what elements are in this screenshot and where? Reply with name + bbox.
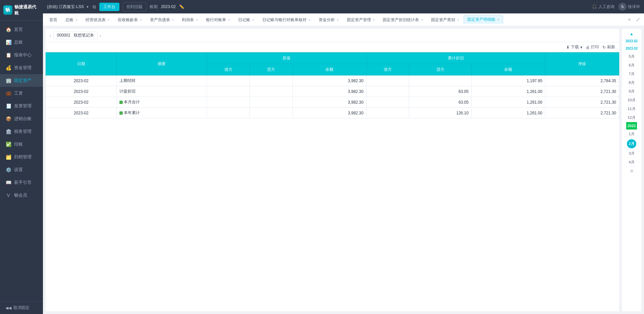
cell-net-value-2: 2,721.30 — [545, 97, 619, 108]
period-edit-icon[interactable]: ✏️ — [179, 4, 184, 9]
tab-经营状况表[interactable]: 经营状况表× — [82, 15, 113, 24]
tab-label-2: 经营状况表 — [86, 17, 106, 23]
period-value: 2023-02 — [161, 4, 176, 9]
date-nav-period-1[interactable]: 2023.02 — [622, 38, 641, 45]
tab-close-7[interactable]: × — [252, 18, 254, 22]
cell-accum-balance-1: 1,261.00 — [471, 86, 545, 97]
cell-date-0: 2023-02 — [46, 75, 117, 86]
date-nav-month-5月[interactable]: 5月 — [626, 52, 637, 61]
date-nav-period-2[interactable]: 2023.02 — [622, 45, 641, 52]
sidebar-item-畅会员[interactable]: V 畅会员 — [0, 189, 43, 202]
sidebar-item-设置[interactable]: ⚙️ 设置 — [0, 163, 43, 176]
tab-资金分析[interactable]: 资金分析× — [315, 15, 342, 24]
sidebar-item-资金管理[interactable]: 💰 资金管理 — [0, 61, 43, 74]
date-nav-month-1月[interactable]: 1月 — [626, 130, 637, 139]
support-button[interactable]: 🎧 人工咨询 — [592, 4, 614, 10]
user-info[interactable]: 头 徐泽华 — [619, 3, 640, 11]
sidebar-item-首页[interactable]: 🏠 首页 — [0, 23, 43, 36]
tab-close-11[interactable]: × — [421, 18, 423, 22]
date-nav-month-6月[interactable]: 6月 — [626, 61, 637, 70]
date-nav-month-11月[interactable]: 11月 — [626, 105, 637, 113]
sidebar-item-icon-4: 🏢 — [5, 77, 11, 84]
sidebar-item-icon-9: ✅ — [5, 141, 11, 147]
chevron-down-icon: ▼ — [86, 5, 89, 9]
tab-close-13[interactable]: × — [497, 18, 499, 21]
table-row: 2023-02 本月合计 3,982.30 63.05 1,261.00 2,7… — [46, 97, 619, 108]
work-center-button[interactable]: 工作台 — [99, 3, 119, 11]
expand-tabs-button[interactable]: ⤢ — [634, 16, 641, 23]
content-area: ‹ 000001 联想笔记本 › ⬇ 下载 ▾ 🖨 打印 — [43, 26, 644, 314]
sidebar-item-报表中心[interactable]: 📋 报表中心 — [0, 49, 43, 61]
print-button[interactable]: 🖨 打印 — [586, 44, 599, 50]
sidebar-item-归档管理[interactable]: 🗂️ 归档管理 — [0, 151, 43, 163]
company-selector[interactable]: (勿动) 江西服宝-LSS ▼ — [47, 4, 89, 10]
sidebar-item-icon-7: 📦 — [5, 116, 11, 122]
tab-close-1[interactable]: × — [75, 18, 77, 22]
date-nav-month-7月[interactable]: 7月 — [626, 70, 637, 78]
th-orig-debit: 借方 — [207, 64, 250, 75]
sidebar-unpin-button[interactable]: ◀◀ 取消固定 — [0, 301, 43, 314]
breadcrumb-prev-button[interactable]: ‹ — [50, 33, 51, 38]
date-nav-month-12月[interactable]: 12月 — [626, 113, 637, 122]
sidebar-item-发票管理[interactable]: 🧾 发票管理 — [0, 100, 43, 112]
sidebar-item-结账[interactable]: ✅ 结账 — [0, 138, 43, 151]
refresh-button[interactable]: ↻ 刷新 — [602, 44, 615, 50]
th-accum-balance: 余额 — [471, 64, 545, 75]
date-nav-month-9月[interactable]: 9月 — [626, 87, 637, 96]
date-nav-month-active[interactable]: 2月 — [627, 139, 636, 149]
sidebar-item-新手引导[interactable]: 📖 新手引导 — [0, 176, 43, 189]
cell-orig-debit-2 — [207, 97, 250, 108]
tab-日记账与银行对账单核对[interactable]: 日记账与银行对账单核对× — [259, 15, 314, 24]
tab-label-0: 首页 — [49, 17, 57, 23]
tab-固定资产管理[interactable]: 固定资产管理× — [343, 15, 379, 24]
download-button[interactable]: ⬇ 下载 ▾ — [566, 44, 582, 50]
tab-close-12[interactable]: × — [457, 18, 459, 22]
tab-close-3[interactable]: × — [140, 18, 142, 22]
date-nav-scroll-up-button[interactable]: ▲ — [628, 30, 635, 38]
tab-固定资产明细账[interactable]: 固定资产明细账× — [464, 15, 503, 24]
tab-close-9[interactable]: × — [337, 18, 339, 22]
sidebar-item-icon-12: 📖 — [5, 179, 11, 186]
tab-日记账[interactable]: 日记账× — [234, 15, 258, 24]
breadcrumb: ‹ 000001 联想笔记本 › — [46, 29, 619, 42]
tab-利润表[interactable]: 利润表× — [178, 15, 202, 24]
tab-总账[interactable]: 总账× — [62, 15, 81, 24]
close-all-tabs-button[interactable]: × — [627, 16, 632, 23]
copy-icon[interactable]: ⧉ — [93, 4, 96, 10]
tab-close-2[interactable]: × — [108, 18, 110, 22]
breadcrumb-next-button[interactable]: › — [100, 33, 101, 38]
date-nav-settings-icon[interactable]: ⚙ — [628, 167, 636, 175]
tab-close-5[interactable]: × — [196, 18, 198, 22]
tab-应收账龄表[interactable]: 应收账龄表× — [114, 15, 146, 24]
tab-label-9: 资金分析 — [319, 17, 335, 23]
date-nav-month-10月[interactable]: 10月 — [626, 96, 637, 105]
tab-label-12: 固定资产类别 — [431, 17, 455, 23]
tab-固定资产类别[interactable]: 固定资产类别× — [427, 15, 463, 24]
date-nav-month-3月[interactable]: 3月 — [626, 149, 637, 158]
date-nav-month-8月[interactable]: 8月 — [626, 78, 637, 87]
tab-银行对账单[interactable]: 银行对账单× — [202, 15, 234, 24]
tab-资产负债表[interactable]: 资产负债表× — [146, 15, 178, 24]
app-logo-icon: 畅 — [3, 5, 12, 15]
sidebar-item-税务管理[interactable]: 🏛️ 税务管理 — [0, 125, 43, 138]
tab-固定资产折旧统计表[interactable]: 固定资产折旧统计表× — [379, 15, 427, 24]
tab-close-8[interactable]: × — [309, 18, 311, 22]
tab-close-10[interactable]: × — [373, 18, 375, 22]
tab-close-4[interactable]: × — [172, 18, 174, 22]
user-name: 徐泽华 — [628, 4, 640, 10]
switch-old-button[interactable]: 切到旧版 — [123, 2, 146, 11]
asset-name: 联想笔记本 — [74, 33, 94, 38]
date-nav-month-4月[interactable]: 4月 — [626, 158, 637, 167]
cell-date-3: 2023-02 — [46, 108, 117, 118]
sidebar-item-icon-3: 💰 — [5, 65, 11, 71]
sidebar-item-进销台账[interactable]: 📦 进销台账 — [0, 112, 43, 125]
cell-accum-balance-0: 1,197.95 — [471, 75, 545, 86]
tab-首页[interactable]: 首页 — [46, 15, 61, 24]
cell-accum-debit-2 — [366, 97, 409, 108]
sidebar-item-固定资产[interactable]: 🏢 固定资产 — [0, 74, 43, 87]
tab-close-6[interactable]: × — [228, 18, 230, 22]
date-nav-year-marker[interactable]: 2023 — [626, 122, 637, 130]
sidebar-item-总账[interactable]: 📊 总账 — [0, 36, 43, 49]
th-accum-debit: 借方 — [366, 64, 409, 75]
sidebar-item-工资[interactable]: 💼 工资 — [0, 87, 43, 100]
